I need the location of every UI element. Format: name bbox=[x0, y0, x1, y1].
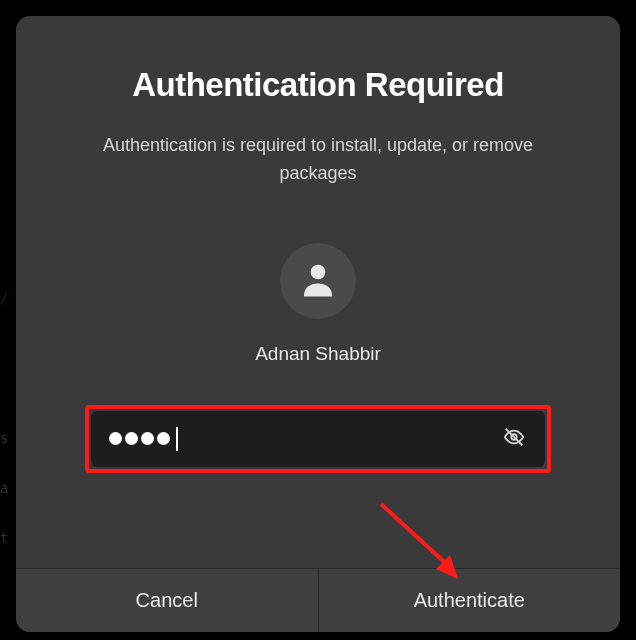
username-label: Adnan Shabbir bbox=[255, 343, 381, 365]
background-terminal-text: a bbox=[0, 480, 8, 496]
svg-point-0 bbox=[311, 264, 326, 279]
password-mask bbox=[109, 427, 501, 451]
cancel-button[interactable]: Cancel bbox=[16, 569, 318, 632]
password-input[interactable] bbox=[91, 411, 545, 467]
dialog-buttons: Cancel Authenticate bbox=[16, 568, 620, 632]
dialog-body: Authentication Required Authentication i… bbox=[16, 16, 620, 568]
dialog-subtitle: Authentication is required to install, u… bbox=[78, 132, 558, 188]
auth-dialog: Authentication Required Authentication i… bbox=[16, 16, 620, 632]
toggle-password-visibility[interactable] bbox=[501, 426, 527, 452]
authenticate-button[interactable]: Authenticate bbox=[318, 569, 621, 632]
avatar bbox=[280, 243, 356, 319]
background-terminal-text: s bbox=[0, 430, 8, 446]
background-terminal-text: / bbox=[0, 290, 8, 306]
password-highlight-box bbox=[85, 405, 551, 473]
eye-off-icon bbox=[503, 426, 525, 452]
text-caret bbox=[176, 427, 178, 451]
background-terminal-text: t bbox=[0, 530, 8, 546]
dialog-title: Authentication Required bbox=[132, 66, 504, 104]
user-icon bbox=[297, 258, 339, 304]
